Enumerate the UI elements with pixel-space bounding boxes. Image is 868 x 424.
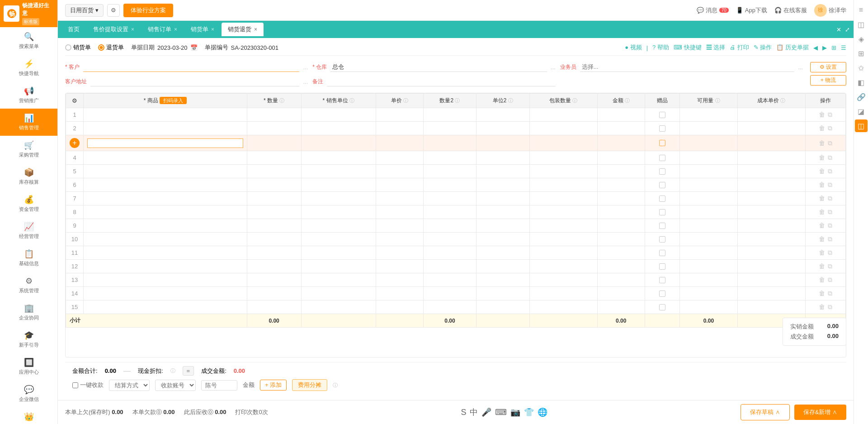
delete-icon-3[interactable]: 🗑 (819, 139, 825, 147)
right-icon-3[interactable]: ◈ (855, 33, 868, 45)
toolbar-operate[interactable]: ✎ 操作 (754, 43, 772, 52)
taskbar-icon4[interactable]: ⌨ (495, 407, 507, 417)
row-product-3[interactable] (84, 135, 247, 151)
warehouse-picker[interactable]: ... (551, 64, 556, 71)
logistics-btn[interactable]: + 物流 (810, 75, 846, 86)
account-number-input[interactable] (201, 380, 237, 391)
copy-icon-2[interactable]: ⧉ (828, 124, 832, 132)
sidebar-item-purchase[interactable]: 🛒 采购管理 (0, 136, 57, 163)
cpy14[interactable]: ⧉ (828, 290, 832, 297)
customer-picker[interactable]: ... (303, 64, 308, 71)
topbar-settings-btn[interactable]: ⚙ (107, 4, 120, 17)
tab-sale-settings-close[interactable]: × (131, 26, 134, 33)
taskbar-icon3[interactable]: 🎤 (481, 407, 491, 417)
toolbar-video[interactable]: ● 视频 (625, 43, 642, 52)
copy-icon[interactable]: ⧉ (828, 111, 832, 119)
taskbar-icon5[interactable]: 📷 (510, 407, 520, 417)
product-input-1[interactable] (87, 111, 243, 118)
radio-return[interactable]: 退货单 (98, 43, 124, 52)
delete-icon[interactable]: 🗑 (819, 111, 825, 119)
tab-close-all[interactable]: ✕ (836, 26, 841, 33)
view-grid[interactable]: ⊞ (831, 44, 836, 51)
warehouse-input[interactable] (330, 62, 547, 72)
del8[interactable]: 🗑 (819, 208, 825, 216)
sidebar-item-inventory[interactable]: 📦 库存核算 (0, 163, 57, 190)
tab-sale-settings[interactable]: 售价提取设置 × (87, 23, 141, 36)
address-picker[interactable]: ... (303, 78, 308, 85)
sidebar-item-sales[interactable]: 📊 销售管理 (0, 109, 57, 136)
copy-icon-3[interactable]: ⧉ (828, 139, 832, 147)
sidebar-item-wechat[interactable]: 💬 企业微信 (0, 380, 57, 407)
row-product-2[interactable] (84, 122, 247, 135)
del13[interactable]: 🗑 (819, 276, 825, 284)
tab-sale-return[interactable]: 销货退货 × (222, 23, 264, 36)
cpy7[interactable]: ⧉ (828, 195, 832, 202)
taskbar-icon7[interactable]: 🌐 (538, 407, 547, 417)
sidebar-item-search[interactable]: 🔍 搜索菜单 (0, 27, 57, 54)
row-qty2[interactable] (423, 108, 476, 122)
cpy11[interactable]: ⧉ (828, 249, 832, 257)
nav-prev[interactable]: ◀ (813, 44, 818, 51)
staff-input[interactable] (580, 62, 794, 72)
product-input-3[interactable] (87, 138, 243, 148)
cpy4[interactable]: ⧉ (828, 154, 832, 162)
del6[interactable]: 🗑 (819, 181, 825, 189)
right-icon-active[interactable]: ◫ (855, 119, 868, 132)
payment-cb-input[interactable] (72, 382, 78, 388)
staff-picker[interactable]: ... (798, 64, 803, 71)
taskbar-icon1[interactable]: S (461, 408, 466, 417)
calendar-icon[interactable]: 📅 (190, 44, 198, 51)
tab-expand[interactable]: ⤢ (845, 26, 850, 33)
sidebar-item-basic[interactable]: 📋 基础信息 (0, 244, 57, 272)
row-gift[interactable] (645, 108, 680, 122)
experience-btn[interactable]: 体验行业方案 (123, 4, 173, 17)
tab-sale-return-close[interactable]: × (254, 26, 257, 33)
row-cost[interactable] (737, 108, 805, 122)
del15[interactable]: 🗑 (819, 303, 825, 311)
del14[interactable]: 🗑 (819, 290, 825, 297)
right-icon-7[interactable]: 🔗 (855, 91, 868, 103)
radio-delivery[interactable]: 销货单 (65, 43, 91, 52)
cpy13[interactable]: ⧉ (828, 276, 832, 284)
del9[interactable]: 🗑 (819, 222, 825, 229)
customer-input[interactable] (83, 62, 299, 72)
del7[interactable]: 🗑 (819, 195, 825, 202)
expense-btn[interactable]: 费用分摊 (292, 379, 327, 391)
save-new-btn[interactable]: 保存&新增 ∧ (794, 405, 846, 420)
view-list[interactable]: ☰ (841, 44, 846, 51)
right-icon-5[interactable]: ✩ (855, 62, 868, 74)
row-unit2[interactable] (476, 108, 529, 122)
cpy8[interactable]: ⧉ (828, 208, 832, 216)
add-payment-btn[interactable]: + 添加 (260, 380, 287, 391)
calc-method-select[interactable]: 结算方式 (109, 380, 150, 391)
app-download-btn[interactable]: 📱 App下载 (736, 6, 767, 14)
nav-next[interactable]: ▶ (822, 44, 827, 51)
taskbar-icon6[interactable]: 👕 (524, 407, 534, 417)
right-icon-6[interactable]: ◧ (855, 76, 868, 89)
cpy5[interactable]: ⧉ (828, 167, 832, 175)
address-input[interactable] (90, 76, 299, 86)
tab-home[interactable]: 首页 (61, 23, 86, 36)
cpy15[interactable]: ⧉ (828, 303, 832, 311)
sidebar-item-quicknav[interactable]: ⚡ 快捷导航 (0, 54, 57, 81)
row-product[interactable] (84, 108, 247, 122)
row-available[interactable] (680, 108, 738, 122)
delete-icon-2[interactable]: 🗑 (819, 124, 825, 132)
message-btn[interactable]: 💬 消息 70 (697, 6, 729, 14)
settings-btn[interactable]: ⚙ 设置 (810, 62, 846, 72)
toolbar-help[interactable]: ? 帮助 (652, 43, 669, 52)
cpy12[interactable]: ⧉ (828, 262, 832, 270)
sidebar-item-finance[interactable]: 💰 资金管理 (0, 190, 57, 217)
online-service-btn[interactable]: 🎧 在线客服 (774, 6, 807, 14)
user-profile[interactable]: 徐 徐泽华 (814, 4, 846, 17)
del4[interactable]: 🗑 (819, 154, 825, 162)
del12[interactable]: 🗑 (819, 262, 825, 270)
row-qty[interactable] (247, 108, 301, 122)
toolbar-shortcut[interactable]: ⌨ 快捷键 (674, 43, 702, 52)
tab-sale-order[interactable]: 销售订单 × (142, 23, 184, 36)
del11[interactable]: 🗑 (819, 249, 825, 257)
sidebar-item-marketing[interactable]: 📢 营销推广 (0, 81, 57, 109)
account-select[interactable]: 收款账号 (155, 380, 196, 391)
equals-btn[interactable]: = (183, 366, 194, 376)
col-gear[interactable]: ⚙ (66, 94, 84, 108)
